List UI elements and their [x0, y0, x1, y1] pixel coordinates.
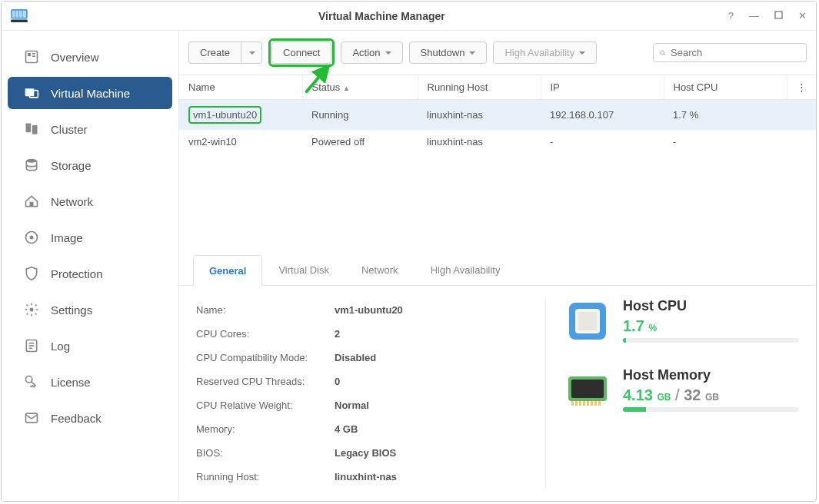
vm-host: linuxhint-nas — [418, 130, 541, 154]
vm-icon — [23, 85, 40, 101]
sidebar-item-storage[interactable]: Storage — [8, 149, 172, 181]
vm-cpu: - — [664, 130, 816, 154]
svg-line-26 — [305, 66, 328, 93]
sidebar-item-settings[interactable]: Settings — [8, 293, 172, 326]
vm-ip: - — [541, 130, 664, 154]
sort-indicator-icon: ▲ — [343, 85, 350, 92]
tab-virtual-disk[interactable]: Virtual Disk — [262, 254, 345, 285]
vm-status: Running — [302, 100, 418, 131]
col-cpu[interactable]: Host CPU — [664, 75, 787, 100]
tab-high-availability[interactable]: High Availability — [414, 254, 517, 285]
svg-rect-41 — [598, 401, 601, 406]
vm-status: Powered off — [302, 130, 418, 154]
prop-value: Legacy BIOS — [335, 447, 396, 459]
col-name[interactable]: Name — [179, 75, 302, 100]
sidebar-item-label: Feedback — [51, 412, 102, 425]
storage-icon — [23, 157, 40, 174]
sidebar-item-cluster[interactable]: Cluster — [8, 113, 172, 145]
col-ip[interactable]: IP — [541, 75, 664, 100]
sidebar-item-image[interactable]: Image — [8, 221, 172, 254]
svg-rect-40 — [594, 401, 597, 406]
svg-point-18 — [30, 236, 34, 240]
image-icon — [23, 229, 40, 246]
svg-rect-9 — [32, 53, 35, 55]
main-content: Create Connect Action Shutdown High Avai… — [178, 31, 816, 501]
svg-rect-3 — [19, 10, 22, 17]
svg-rect-35 — [575, 401, 578, 406]
prop-label: BIOS: — [196, 447, 335, 459]
sidebar-item-license[interactable]: License — [8, 366, 172, 398]
sidebar-item-network[interactable]: Network — [8, 185, 172, 217]
sidebar-item-label: Storage — [51, 159, 92, 172]
memory-icon — [564, 367, 611, 413]
sidebar-item-overview[interactable]: Overview — [8, 41, 172, 73]
gauge-bar — [623, 407, 799, 412]
svg-rect-14 — [32, 125, 38, 134]
shutdown-button[interactable]: Shutdown — [409, 41, 488, 64]
cluster-icon — [23, 121, 40, 138]
help-icon[interactable]: ? — [728, 10, 734, 22]
prop-label: Reserved CPU Threads: — [196, 376, 335, 387]
minimize-icon[interactable]: — — [749, 10, 759, 22]
tab-network[interactable]: Network — [345, 254, 414, 285]
prop-label: Name: — [196, 304, 335, 316]
app-window: Virtual Machine Manager ? — ✕ Overview V… — [1, 1, 817, 502]
log-icon — [23, 337, 40, 354]
connect-button[interactable]: Connect — [271, 41, 331, 64]
table-row[interactable]: vm2-win10 Powered off linuxhint-nas - - — [179, 130, 816, 154]
action-button[interactable]: Action — [341, 41, 402, 64]
sidebar-item-label: Settings — [51, 303, 92, 317]
svg-rect-36 — [579, 401, 581, 406]
svg-rect-37 — [583, 401, 585, 406]
prop-value: Normal — [335, 400, 369, 411]
svg-rect-16 — [30, 202, 34, 207]
sidebar-item-label: Protection — [51, 267, 103, 280]
svg-line-28 — [664, 54, 665, 55]
vm-table: Name Status ▲ Running Host IP Host CPU ⋮… — [179, 75, 816, 154]
search-icon — [660, 48, 666, 58]
overview-icon — [23, 48, 40, 65]
high-availability-button[interactable]: High Availability — [493, 41, 597, 64]
tab-general[interactable]: General — [193, 255, 262, 286]
sidebar-item-label: Overview — [51, 51, 99, 64]
gauge-value: 4.13 GB / 32 GB — [623, 386, 799, 404]
col-host[interactable]: Running Host — [418, 75, 541, 100]
svg-rect-39 — [591, 401, 593, 406]
sidebar-item-feedback[interactable]: Feedback — [8, 402, 172, 434]
titlebar: Virtual Machine Manager ? — ✕ — [2, 2, 816, 31]
svg-rect-31 — [578, 312, 597, 330]
svg-rect-7 — [26, 51, 38, 63]
detail-pane: General Virtual Disk Network High Availa… — [179, 254, 816, 501]
gauge-title: Host CPU — [623, 298, 799, 314]
sidebar: Overview Virtual Machine Cluster Storage… — [2, 31, 178, 501]
create-button[interactable]: Create — [188, 41, 241, 64]
search-box[interactable] — [653, 43, 807, 62]
svg-point-27 — [661, 51, 664, 55]
app-icon — [11, 9, 28, 23]
toolbar: Create Connect Action Shutdown High Avai… — [179, 31, 816, 75]
table-row[interactable]: vm1-ubuntu20 Running linuxhint-nas 192.1… — [179, 100, 816, 131]
svg-rect-13 — [26, 124, 32, 133]
svg-rect-38 — [587, 401, 589, 406]
create-button-group: Create — [188, 41, 262, 64]
prop-label: Memory: — [196, 423, 335, 435]
svg-rect-1 — [12, 10, 15, 17]
gauge-memory: Host Memory 4.13 GB / 32 GB — [564, 367, 799, 413]
svg-rect-34 — [571, 401, 574, 406]
vm-ip: 192.168.0.107 — [541, 100, 664, 131]
sidebar-item-log[interactable]: Log — [8, 330, 172, 362]
sidebar-item-virtual-machine[interactable]: Virtual Machine — [8, 77, 172, 109]
gauge-title: Host Memory — [623, 367, 799, 383]
close-icon[interactable]: ✕ — [798, 10, 807, 22]
svg-rect-10 — [32, 55, 35, 57]
network-icon — [23, 193, 40, 210]
col-options[interactable]: ⋮ — [787, 75, 817, 100]
search-input[interactable] — [671, 47, 800, 58]
prop-label: CPU Compatibility Mode: — [196, 352, 335, 363]
sidebar-item-protection[interactable]: Protection — [8, 257, 172, 290]
maximize-icon[interactable] — [774, 10, 783, 22]
prop-value: 4 GB — [335, 423, 358, 435]
settings-icon — [23, 301, 40, 318]
create-dropdown[interactable] — [241, 41, 262, 64]
svg-rect-5 — [11, 19, 28, 22]
